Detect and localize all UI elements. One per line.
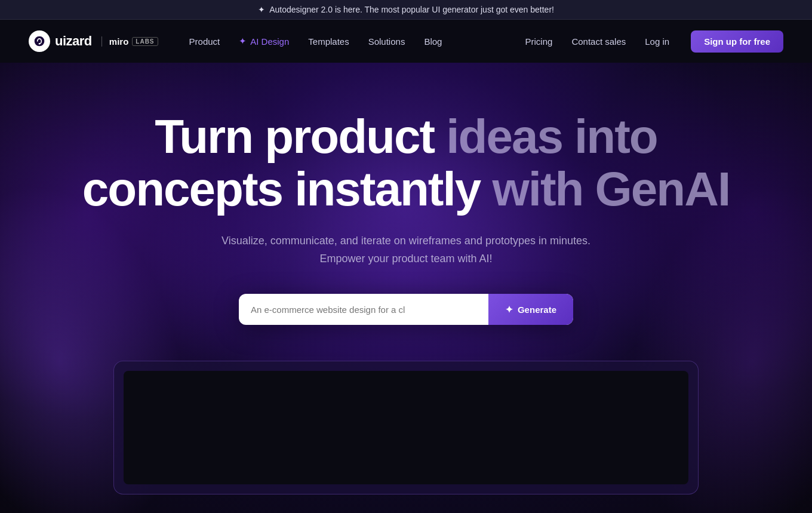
signup-button[interactable]: Sign up for free xyxy=(691,30,783,53)
nav-links: Product ✦ AI Design Templates Solutions … xyxy=(182,32,450,50)
generate-button[interactable]: ✦ Generate xyxy=(488,294,573,325)
ai-design-label: AI Design xyxy=(250,36,289,47)
miro-name: miro xyxy=(109,36,129,47)
announcement-bar: ✦ Autodesigner 2.0 is here. The most pop… xyxy=(0,0,812,20)
nav-product[interactable]: Product xyxy=(182,33,227,50)
sparkle-icon: ✦ xyxy=(258,5,265,14)
preview-window xyxy=(113,361,699,494)
hero-subtitle: Visualize, communicate, and iterate on w… xyxy=(203,232,609,268)
hero-title-line1-dim: ideas into xyxy=(446,110,657,163)
hero-title-line2-dim: with GenAI xyxy=(492,162,730,216)
nav-left: uizard miro LABS Product ✦ AI Design Tem… xyxy=(29,30,449,52)
hero-title-line1-bright: Turn product xyxy=(155,110,434,163)
nav-contact-sales[interactable]: Contact sales xyxy=(564,33,633,50)
hero-title-line2-bright: concepts instantly xyxy=(82,162,480,216)
navbar: uizard miro LABS Product ✦ AI Design Tem… xyxy=(0,20,812,63)
ai-sparkle-icon: ✦ xyxy=(239,36,247,47)
announcement-text: Autodesigner 2.0 is here. The most popul… xyxy=(269,5,554,14)
nav-templates[interactable]: Templates xyxy=(301,33,356,50)
hero-content: Turn product ideas into concepts instant… xyxy=(0,63,812,494)
nav-right: Pricing Contact sales Log in Sign up for… xyxy=(518,30,783,53)
svg-point-1 xyxy=(39,43,41,45)
generate-input[interactable] xyxy=(239,295,488,324)
preview-screen xyxy=(124,371,688,484)
logo-area: uizard miro LABS xyxy=(29,30,158,52)
logo-icon xyxy=(33,35,45,47)
miro-labs: miro LABS xyxy=(102,36,158,47)
nav-login[interactable]: Log in xyxy=(638,33,676,50)
uizard-logo[interactable]: uizard xyxy=(29,30,92,52)
nav-blog[interactable]: Blog xyxy=(417,33,449,50)
nav-pricing[interactable]: Pricing xyxy=(518,33,560,50)
nav-solutions[interactable]: Solutions xyxy=(361,33,413,50)
logo-circle xyxy=(29,30,50,52)
hero-section: Turn product ideas into concepts instant… xyxy=(0,63,812,513)
hero-title: Turn product ideas into concepts instant… xyxy=(0,110,812,216)
nav-right-links: Pricing Contact sales Log in xyxy=(518,33,677,50)
generate-sparkle-icon: ✦ xyxy=(505,304,513,315)
generate-bar: ✦ Generate xyxy=(239,294,573,325)
brand-name: uizard xyxy=(55,33,92,49)
nav-ai-design[interactable]: ✦ AI Design xyxy=(232,32,296,50)
generate-label: Generate xyxy=(518,305,556,315)
svg-point-0 xyxy=(35,36,45,47)
preview-container xyxy=(113,361,699,494)
labs-badge: LABS xyxy=(132,37,158,46)
